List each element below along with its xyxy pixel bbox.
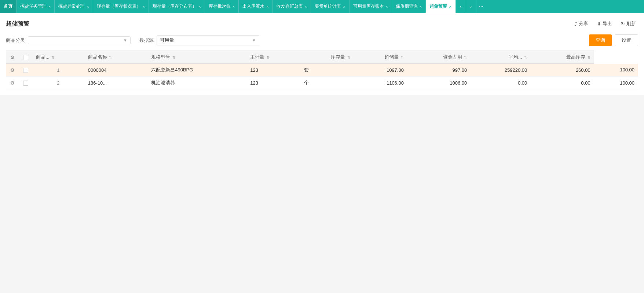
query-button[interactable]: 查询 (589, 34, 612, 46)
sort-capital-icon[interactable]: ⇅ (464, 55, 467, 59)
share-button[interactable]: ⤴ 分享 (572, 19, 590, 29)
row-index: 2 (32, 77, 84, 89)
sort-spec-icon[interactable]: ⇅ (172, 55, 175, 59)
th-unit-label: 主计量 (250, 54, 264, 60)
page-header: 超储预警 ⤴ 分享 ⬇ 导出 ↻ 刷新 (6, 19, 638, 29)
th-spec: 规格型号 ⇅ (147, 51, 246, 64)
nav-next-arrow[interactable]: › (466, 0, 476, 13)
close-tab-10[interactable]: × (420, 4, 422, 9)
close-tab-5[interactable]: × (233, 4, 235, 9)
th-avg: 平均... ⇅ (471, 51, 531, 64)
th-stock-label: 库存量 (331, 54, 345, 60)
row-spec: 123 (246, 64, 300, 77)
row-index: 1 (32, 64, 84, 77)
th-maxstock: 最高库存 ⇅ (531, 51, 594, 64)
datasource-chevron-icon: ▼ (252, 38, 256, 42)
row-overstock: 1006.00 (407, 77, 471, 89)
row-code: 0000004 (84, 64, 147, 77)
close-tab-8[interactable]: × (343, 4, 345, 9)
close-tab-6[interactable]: × (266, 4, 268, 9)
nav-tab-3[interactable]: 现存量（库存状况表） × (93, 0, 149, 13)
refresh-button[interactable]: ↻ 刷新 (619, 19, 638, 29)
row-settings-cell: ⚙ (6, 64, 19, 77)
row-stock: 1106.00 (354, 77, 407, 89)
row-spec: 123 (246, 77, 300, 89)
nav-prev-arrow[interactable]: ‹ (455, 0, 466, 13)
filter-buttons: 查询 设置 (589, 34, 638, 46)
nav-tab-4[interactable]: 现存量（库存分布表） × (149, 0, 205, 13)
row-checkbox-0[interactable] (23, 68, 28, 73)
settings-gear-icon[interactable]: ⚙ (10, 55, 15, 60)
nav-more-arrow[interactable]: ⋯ (476, 0, 486, 13)
sort-code-icon[interactable]: ⇅ (51, 55, 54, 59)
nav-tab-6[interactable]: 出入库流水 × (239, 0, 272, 13)
nav-tab-11[interactable]: 超储预警 × (426, 0, 455, 13)
export-button[interactable]: ⬇ 导出 (595, 19, 614, 29)
nav-tab-8[interactable]: 要货单统计表 × (311, 0, 349, 13)
sort-avg-icon[interactable]: ⇅ (524, 55, 527, 59)
nav-tab-5[interactable]: 库存批次账 × (205, 0, 239, 13)
row-maxstock: 100.00 (594, 77, 638, 89)
filter-datasource: 数据源 可用量 ▼ (139, 35, 259, 45)
close-tab-4[interactable]: × (198, 4, 201, 9)
th-avg-label: 平均... (509, 54, 522, 60)
table-row: ⚙ 2 186-10... 机油滤清器 123 个 1106.00 1006.0… (6, 77, 638, 89)
nav-tab-1[interactable]: 拣货任务管理 × (17, 0, 55, 13)
datasource-label: 数据源 (139, 37, 154, 44)
row-stock: 1097.00 (354, 64, 407, 77)
table-row: ⚙ 1 0000004 六配套新昌490BPG 123 套 1097.00 99… (6, 64, 638, 77)
settings-button[interactable]: 设置 (615, 34, 638, 46)
close-tab-1[interactable]: × (48, 4, 51, 9)
row-avg: 0.00 (531, 77, 594, 89)
filter-category: 商品分类 ▼ (6, 36, 131, 44)
th-unit: 主计量 ⇅ (246, 51, 300, 64)
row-code: 186-10... (84, 77, 147, 89)
filter-row: 商品分类 ▼ 数据源 可用量 ▼ 查询 设置 (6, 34, 638, 46)
datasource-value: 可用量 (160, 37, 174, 44)
th-name: 商品名称 ⇅ (84, 51, 147, 64)
row-checkbox-cell (19, 64, 32, 77)
sort-name-icon[interactable]: ⇅ (109, 55, 112, 59)
sort-overstock-icon[interactable]: ⇅ (401, 55, 404, 59)
close-tab-2[interactable]: × (87, 4, 89, 9)
close-tab-11[interactable]: × (449, 4, 451, 9)
category-select[interactable]: ▼ (28, 36, 131, 44)
th-stock: 库存量 ⇅ (300, 51, 354, 64)
row-gear-icon[interactable]: ⚙ (10, 67, 15, 73)
table-header-row: ⚙ 商品... ⇅ 商品名称 ⇅ 规格型号 ⇅ 主计量 (6, 51, 638, 64)
nav-home[interactable]: 首页 (0, 0, 17, 13)
nav-tab-2[interactable]: 拣货异常处理 × (55, 0, 93, 13)
nav-tab-7[interactable]: 收发存汇总表 × (273, 0, 311, 13)
row-name: 六配套新昌490BPG (147, 64, 246, 77)
sort-unit-icon[interactable]: ⇅ (267, 55, 270, 59)
row-maxstock: 100.00 (594, 64, 638, 77)
page-container: 超储预警 ⤴ 分享 ⬇ 导出 ↻ 刷新 商品分类 ▼ 数据源 (0, 13, 644, 95)
th-code: 商品... ⇅ (32, 51, 84, 64)
th-overstock: 超储量 ⇅ (354, 51, 407, 64)
th-settings: ⚙ (6, 51, 19, 64)
export-icon: ⬇ (597, 21, 601, 27)
sort-stock-icon[interactable]: ⇅ (347, 55, 350, 59)
row-capital: 0.00 (471, 77, 531, 89)
row-checkbox-cell (19, 77, 32, 89)
header-actions: ⤴ 分享 ⬇ 导出 ↻ 刷新 (572, 19, 638, 29)
header-checkbox[interactable] (23, 55, 28, 60)
row-settings-cell: ⚙ (6, 77, 19, 89)
close-tab-7[interactable]: × (305, 4, 307, 9)
th-capital-label: 资金占用 (443, 54, 462, 60)
close-tab-9[interactable]: × (386, 4, 388, 9)
refresh-icon: ↻ (621, 21, 625, 27)
nav-tab-10[interactable]: 保质期查询 × (392, 0, 426, 13)
row-checkbox-1[interactable] (23, 81, 28, 86)
category-chevron-icon: ▼ (123, 38, 127, 42)
row-gear-icon[interactable]: ⚙ (10, 80, 15, 86)
row-unit: 套 (300, 64, 354, 77)
th-checkbox (19, 51, 32, 64)
datasource-select[interactable]: 可用量 ▼ (157, 35, 259, 45)
row-capital: 259220.00 (471, 64, 531, 77)
close-tab-3[interactable]: × (143, 4, 145, 9)
row-name: 机油滤清器 (147, 77, 246, 89)
sort-maxstock-icon[interactable]: ⇅ (588, 55, 590, 59)
nav-tab-9[interactable]: 可用量库存账本 × (350, 0, 392, 13)
top-nav: 首页 拣货任务管理 × 拣货异常处理 × 现存量（库存状况表） × 现存量（库存… (0, 0, 644, 13)
